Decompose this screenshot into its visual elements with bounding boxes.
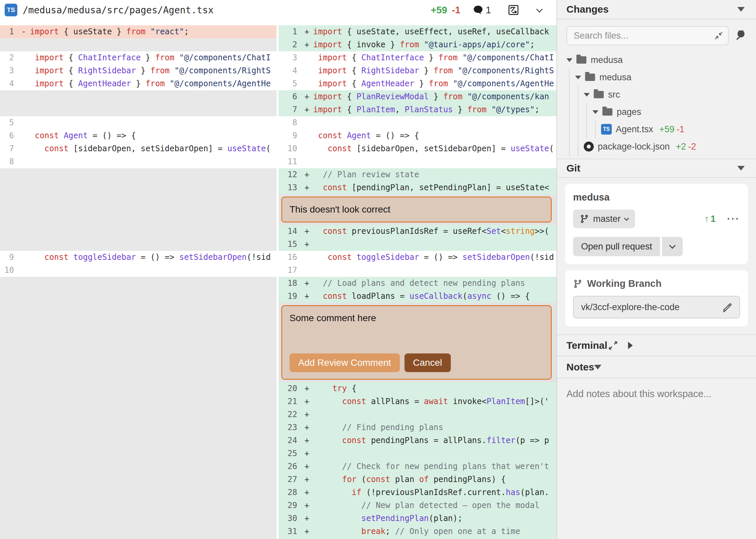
diff-marker <box>17 264 30 277</box>
diff-line[interactable]: 29+ // New plan detected — open the moda… <box>279 499 556 512</box>
diff-line[interactable]: 6 const Agent = () => { <box>0 129 277 142</box>
diff-line[interactable]: 12+ // Plan review state <box>279 168 556 181</box>
diff-line[interactable]: 7+import { PlanItem, PlanStatus } from "… <box>279 103 556 116</box>
diff-marker <box>301 264 313 277</box>
diff-line[interactable]: 24+ const pendingPlans = allPlans.filter… <box>279 434 556 447</box>
diff-line[interactable]: 4 import { RightSidebar } from "@/compon… <box>279 64 556 77</box>
diff-line[interactable]: 3 import { ChatInterface } from "@/compo… <box>279 51 556 64</box>
code-text: import { invoke } from "@tauri-apps/api/… <box>313 38 556 51</box>
diff-line[interactable]: 10 const [sidebarOpen, setSidebarOpen] =… <box>279 142 556 155</box>
collapse-file-chevron-icon[interactable] <box>537 7 542 13</box>
diff-line[interactable]: 8 <box>279 116 556 129</box>
chevron-right-icon <box>628 342 633 349</box>
code-text <box>313 116 556 129</box>
diff-line[interactable]: 27+ for (const plan of pendingPlans) { <box>279 473 556 486</box>
notes-section-header[interactable]: Notes <box>557 356 756 378</box>
diff-line[interactable]: 11 <box>279 155 556 168</box>
diff-line[interactable]: 4 import { AgentHeader } from "@/compone… <box>0 77 277 90</box>
diff-line[interactable]: 9 const toggleSidebar = () => setSidebar… <box>0 251 277 264</box>
git-branch-icon <box>580 214 589 224</box>
diff-line[interactable]: 18+ // Load plans and detect new pending… <box>279 277 556 290</box>
diff-marker <box>301 251 313 264</box>
line-number: 6 <box>279 90 301 103</box>
diff-line[interactable]: 19+ const loadPlans = useCallback(async … <box>279 290 556 303</box>
open-pull-request-button[interactable]: Open pull request <box>573 237 660 256</box>
diff-marker: + <box>301 434 313 447</box>
diff-line[interactable]: 2+import { invoke } from "@tauri-apps/ap… <box>279 38 556 51</box>
diff-line[interactable]: 7 const [sidebarOpen, setSidebarOpen] = … <box>0 142 277 155</box>
diff-line[interactable]: 16 const toggleSidebar = () => setSideba… <box>279 251 556 264</box>
add-review-comment-button[interactable]: Add Review Comment <box>290 353 400 372</box>
search-files-input[interactable] <box>566 26 729 45</box>
git-section-header[interactable]: Git <box>557 159 756 178</box>
diff-tool-logo-icon[interactable] <box>508 4 519 16</box>
diff-line[interactable]: 23+ // Find pending plans <box>279 421 556 434</box>
edit-pencil-icon[interactable] <box>722 301 733 313</box>
diff-line[interactable]: 10 <box>0 264 277 277</box>
working-branch-field[interactable]: vk/3ccf-explore-the-code <box>573 296 740 318</box>
diff-line[interactable]: 8 <box>0 155 277 168</box>
diff-line[interactable]: 14+ const previousPlanIdsRef = useRef<Se… <box>279 225 556 238</box>
diff-line[interactable]: 5 <box>0 116 277 129</box>
code-text: import { AgentHeader } from "@/component… <box>313 77 556 90</box>
diff-line[interactable]: 25+ <box>279 447 556 460</box>
branch-selector[interactable]: master <box>573 210 635 228</box>
diff-marker: + <box>301 512 313 525</box>
code-text: import { ChatInterface } from "@/compone… <box>313 51 556 64</box>
chevron-down-icon <box>575 76 581 79</box>
github-icon[interactable] <box>734 29 748 43</box>
diff-line[interactable]: 5 import { AgentHeader } from "@/compone… <box>279 77 556 90</box>
terminal-section-header[interactable]: Terminal <box>557 334 756 356</box>
diff-line[interactable]: 31+ break; // Only open one at a time <box>279 525 556 538</box>
cancel-comment-button[interactable]: Cancel <box>404 353 451 372</box>
diff-line[interactable]: 30+ setPendingPlan(plan); <box>279 512 556 525</box>
diff-line[interactable]: 3 import { RightSidebar } from "@/compon… <box>0 64 277 77</box>
chevron-down-icon <box>737 7 745 12</box>
tree-item-src[interactable]: src <box>557 86 756 103</box>
expand-terminal-icon[interactable] <box>607 340 619 351</box>
diff-line[interactable]: 2 import { ChatInterface } from "@/compo… <box>0 51 277 64</box>
diff-line[interactable]: 9 const Agent = () => { <box>279 129 556 142</box>
line-number: 19 <box>279 290 301 303</box>
code-text: try { <box>313 382 556 395</box>
diff-gap <box>0 277 277 539</box>
diff-line[interactable]: 20+ try { <box>279 382 556 395</box>
diff-line[interactable]: 15+ <box>279 238 556 251</box>
comment-indicator[interactable]: 1 <box>473 5 491 16</box>
diff-line[interactable]: 28+ if (!previousPlanIdsRef.current.has(… <box>279 486 556 499</box>
diff-line[interactable]: 6+import { PlanReviewModal } from "@/com… <box>279 90 556 103</box>
diff-line[interactable]: 22+ <box>279 408 556 421</box>
line-number: 8 <box>0 155 17 168</box>
changes-section-header[interactable]: Changes <box>557 0 756 19</box>
code-text: import { ChatInterface } from "@/compone… <box>30 51 277 64</box>
collapse-tree-icon[interactable] <box>713 30 724 41</box>
diff-line[interactable]: 1+import { useState, useEffect, useRef, … <box>279 25 556 38</box>
review-comment-textarea[interactable]: Some comment here <box>290 313 543 353</box>
pull-request-options-button[interactable] <box>662 237 683 256</box>
diff-line[interactable]: 13+ const [pendingPlan, setPendingPlan] … <box>279 181 556 194</box>
working-branch-card: Working Branch vk/3ccf-explore-the-code <box>565 270 748 326</box>
line-number: 8 <box>279 116 301 129</box>
inline-review-comment[interactable]: This doesn't look correct <box>281 197 552 223</box>
diff-line[interactable]: 1-import { useState } from "react"; <box>0 25 277 38</box>
diff-line[interactable]: 21+ const allPlans = await invoke<PlanIt… <box>279 395 556 408</box>
chevron-down-icon <box>737 166 745 171</box>
tree-item-medusa[interactable]: medusa <box>557 69 756 86</box>
tree-item-package-lock-json[interactable]: package-lock.json+2-2 <box>557 138 756 155</box>
line-number: 10 <box>0 264 17 277</box>
commits-ahead-badge[interactable]: ↑1 <box>704 214 716 224</box>
code-text: const Agent = () => { <box>30 129 277 142</box>
repo-overflow-menu[interactable]: ··· <box>727 213 740 225</box>
folder-icon <box>585 74 595 81</box>
inline-comment-editor-zone: Some comment hereAdd Review CommentCance… <box>279 303 556 382</box>
working-branch-title: Working Branch <box>587 278 661 289</box>
diff-pane-new: 1+import { useState, useEffect, useRef, … <box>279 20 556 539</box>
diff-marker: + <box>301 103 313 116</box>
diff-marker: + <box>301 382 313 395</box>
diff-line[interactable]: 26+ // Check for new pending plans that … <box>279 460 556 473</box>
diff-line[interactable]: 17 <box>279 264 556 277</box>
tree-item-medusa[interactable]: medusa <box>557 51 756 69</box>
notes-input[interactable]: Add notes about this workspace... <box>557 378 756 409</box>
line-number: 23 <box>279 421 301 434</box>
folder-icon <box>594 91 604 98</box>
